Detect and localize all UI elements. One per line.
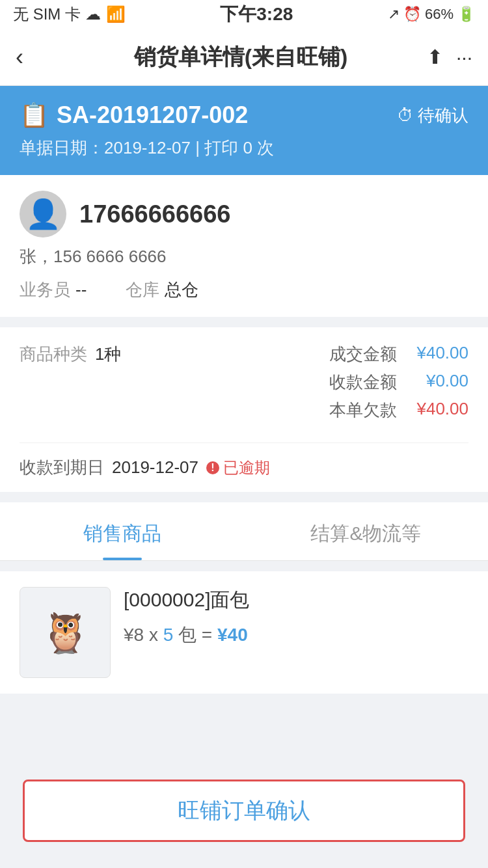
- battery-icon: 🔋: [457, 6, 475, 23]
- deal-amount-label: 成交金额: [329, 343, 397, 366]
- overdue-icon: !: [206, 461, 219, 474]
- tabs-container: 销售商品 结算&物流等: [0, 502, 488, 561]
- due-date-label: 收款到期日: [20, 456, 104, 479]
- customer-card: 👤 17666666666 张，156 6666 6666 业务员 -- 仓库 …: [0, 175, 488, 317]
- customer-phone: 17666666666: [79, 200, 230, 228]
- product-info: [0000002]面包 ¥8 x 5 包 = ¥40: [124, 587, 468, 647]
- order-date: 单据日期：2019-12-07 | 打印 0 次: [20, 137, 468, 159]
- order-header: 📋 SA-20191207-002 ⏱ 待确认 单据日期：2019-12-07 …: [0, 86, 488, 175]
- sim-label: 无 SIM 卡 ☁: [13, 4, 101, 25]
- customer-section: 👤 17666666666 张，156 6666 6666 业务员 -- 仓库 …: [0, 175, 488, 317]
- sales-person-item: 业务员 --: [20, 278, 87, 301]
- received-amount-value: ¥0.00: [426, 371, 468, 394]
- received-amount-row: 收款金额 ¥0.00: [329, 371, 468, 394]
- due-amount-row: 本单欠款 ¥40.00: [329, 399, 468, 422]
- status-left: 无 SIM 卡 ☁ 📶: [13, 4, 126, 25]
- overdue-text: 已逾期: [223, 457, 270, 478]
- summary-card: 商品种类 1种 成交金额 ¥40.00 收款金额 ¥0.00 本单欠款 ¥40.…: [0, 327, 488, 492]
- deal-amount-row: 成交金额 ¥40.00: [329, 343, 468, 366]
- product-type-item: 商品种类 1种: [20, 343, 121, 366]
- product-qty: 5: [163, 625, 174, 645]
- due-amount-value: ¥40.00: [416, 399, 468, 422]
- warehouse-item: 仓库 总仓: [126, 278, 198, 301]
- summary-left: 商品种类 1种: [20, 343, 121, 371]
- due-amount-label: 本单欠款: [329, 399, 397, 422]
- due-date-value: 2019-12-07: [112, 457, 198, 478]
- clock-icon: ⏱: [397, 105, 414, 126]
- product-code: [0000002]: [124, 589, 210, 610]
- page-title: 销货单详情(来自旺铺): [55, 42, 427, 72]
- sales-person-label: 业务员: [20, 278, 70, 301]
- back-button[interactable]: ‹: [16, 44, 55, 71]
- product-type-value: 1种: [95, 343, 121, 366]
- product-total: ¥40: [217, 625, 248, 645]
- wifi-icon: 📶: [106, 5, 126, 23]
- product-unit-price: ¥8: [124, 625, 144, 645]
- summary-section: 商品种类 1种 成交金额 ¥40.00 收款金额 ¥0.00 本单欠款 ¥40.…: [0, 327, 488, 442]
- order-id: 📋 SA-20191207-002: [20, 102, 248, 129]
- battery-level: 66%: [425, 6, 454, 23]
- due-section: 收款到期日 2019-12-07 ! 已逾期: [0, 443, 488, 492]
- tab-sales-products[interactable]: 销售商品: [0, 502, 244, 560]
- product-equals: =: [202, 625, 217, 645]
- tabs-row: 销售商品 结算&物流等: [0, 502, 488, 561]
- user-icon: 👤: [25, 197, 61, 231]
- customer-sub-info: 张，156 6666 6666: [20, 245, 468, 268]
- more-button[interactable]: ···: [456, 46, 472, 68]
- confirm-btn-container: 旺铺订单确认: [23, 780, 465, 842]
- location-icon: ↗: [388, 6, 400, 23]
- status-bar: 无 SIM 卡 ☁ 📶 下午3:28 ↗ ⏰ 66% 🔋: [0, 0, 488, 29]
- order-icon: 📋: [20, 102, 49, 129]
- order-status-text: 待确认: [418, 104, 468, 127]
- product-title: 面包: [210, 589, 249, 610]
- tab-settlement[interactable]: 结算&物流等: [244, 502, 488, 560]
- warehouse-value: 总仓: [165, 278, 198, 301]
- confirm-order-button[interactable]: 旺铺订单确认: [23, 780, 465, 842]
- deal-amount-value: ¥40.00: [416, 343, 468, 366]
- status-right: ↗ ⏰ 66% 🔋: [388, 6, 475, 23]
- product-thumbnail: 🦉: [20, 587, 111, 678]
- sales-person-value: --: [75, 280, 87, 300]
- received-amount-label: 收款金额: [329, 371, 397, 394]
- product-price-row: ¥8 x 5 包 = ¥40: [124, 623, 468, 647]
- avatar: 👤: [20, 191, 66, 237]
- product-card: 🦉 [0000002]面包 ¥8 x 5 包 = ¥40: [0, 571, 488, 694]
- alarm-icon: ⏰: [403, 6, 421, 23]
- product-image-icon: 🦉: [41, 610, 90, 656]
- order-status: ⏱ 待确认: [397, 104, 468, 127]
- summary-right: 成交金额 ¥40.00 收款金额 ¥0.00 本单欠款 ¥40.00: [329, 343, 468, 427]
- warehouse-label: 仓库: [126, 278, 159, 301]
- nav-bar: ‹ 销货单详情(来自旺铺) ⬆ ···: [0, 29, 488, 86]
- share-button[interactable]: ⬆: [427, 46, 443, 68]
- product-type-label: 商品种类: [20, 343, 87, 366]
- nav-actions: ⬆ ···: [427, 46, 472, 68]
- product-unit: 包: [178, 625, 197, 645]
- order-id-text: SA-20191207-002: [57, 102, 248, 129]
- product-name: [0000002]面包: [124, 587, 468, 614]
- overdue-badge: ! 已逾期: [206, 457, 270, 478]
- product-multiplier: x: [149, 625, 163, 645]
- status-time: 下午3:28: [220, 2, 293, 27]
- customer-meta: 业务员 -- 仓库 总仓: [20, 278, 468, 301]
- customer-main: 👤 17666666666: [20, 191, 468, 237]
- order-id-row: 📋 SA-20191207-002 ⏱ 待确认: [20, 102, 468, 129]
